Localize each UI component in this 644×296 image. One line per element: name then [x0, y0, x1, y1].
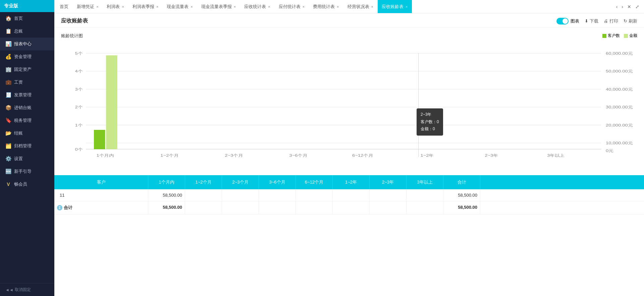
app-logo: 专业版	[0, 0, 54, 12]
td-year12-0	[333, 189, 370, 201]
svg-text:4个: 4个	[75, 69, 83, 73]
sidebar-collapse-button[interactable]: ◄◄ 取消固定	[0, 283, 54, 296]
tab-scroll-right-button[interactable]: ›	[620, 3, 625, 10]
sidebar-item-tax[interactable]: 🔖 税务管理	[0, 114, 54, 127]
chart-legend: 客户数 金额	[602, 33, 637, 39]
sidebar-label-purchase-sales: 进销台账	[14, 105, 32, 111]
tab-new-voucher-close[interactable]: ×	[96, 5, 98, 9]
print-button[interactable]: 🖨 打印	[604, 18, 618, 24]
bar-amount-0	[106, 55, 117, 149]
tab-scroll-left-button[interactable]: ‹	[615, 3, 619, 10]
sidebar-item-report-center[interactable]: 📊 报表中心	[0, 38, 54, 50]
tab-business-status[interactable]: 经营状况表 ×	[343, 0, 378, 13]
tab-receivable-aging-close[interactable]: ×	[406, 5, 408, 9]
sidebar-label-invoice: 发票管理	[14, 92, 32, 98]
sidebar-item-settings[interactable]: ⚙️ 设置	[0, 152, 54, 165]
tab-bar: 首页 新增凭证 × 利润表 × 利润表季报 × 现金流量表 × 现金流量表季报 …	[54, 0, 644, 13]
sidebar: 专业版 🏠 首页 📋 总账 📊 报表中心 💰 资金管理 🏢 固定资产 💼 工资 …	[0, 0, 54, 296]
td-total-sum: 58,500.00	[443, 201, 480, 214]
svg-text:40,000.00元: 40,000.00元	[606, 87, 633, 92]
tab-receivable-aging-label: 应收账龄表	[382, 4, 404, 10]
report-icon: 📊	[5, 41, 11, 47]
tab-expense-stats[interactable]: 费用统计表 ×	[309, 0, 343, 13]
sidebar-item-purchase-sales[interactable]: 📦 进销台账	[0, 101, 54, 114]
sidebar-item-fund-management[interactable]: 💰 资金管理	[0, 50, 54, 63]
sidebar-item-newbie[interactable]: 🆕 新手引导	[0, 165, 54, 178]
sidebar-label-settings: 设置	[14, 156, 23, 162]
table-row: 11 58,500.00 58,500.00	[54, 189, 644, 201]
tab-expense-stats-close[interactable]: ×	[337, 5, 339, 9]
tab-home[interactable]: 首页	[56, 0, 73, 13]
sidebar-label-fixed-assets: 固定资产	[14, 66, 32, 72]
tab-receivable-stats[interactable]: 应收统计表 ×	[240, 0, 274, 13]
bar-customer-0	[94, 130, 105, 149]
chart-toggle-label: 图表	[571, 18, 579, 24]
svg-text:0元: 0元	[606, 148, 613, 153]
tab-cashflow-quarterly-label: 现金流量表季报	[201, 4, 232, 10]
tab-payable-stats[interactable]: 应付统计表 ×	[275, 0, 309, 13]
assets-icon: 🏢	[5, 66, 11, 72]
svg-text:3~6个月: 3~6个月	[289, 153, 307, 158]
ledger-icon: 📋	[5, 28, 11, 34]
tab-profit-quarterly[interactable]: 利润表季报 ×	[128, 0, 163, 13]
sidebar-item-archive[interactable]: 🗂️ 归档管理	[0, 140, 54, 152]
td-total-0: 58,500.00	[443, 189, 480, 201]
tab-cashflow-quarterly-close[interactable]: ×	[234, 5, 236, 9]
tab-payable-stats-label: 应付统计表	[279, 4, 301, 10]
tab-cashflow-table-close[interactable]: ×	[191, 5, 193, 9]
svg-text:1~2个月: 1~2个月	[160, 153, 178, 158]
download-button[interactable]: ⬇ 下载	[585, 18, 598, 24]
legend-amount-color	[624, 34, 628, 38]
total-label: 合计	[64, 205, 72, 211]
svg-text:6~12个月: 6~12个月	[352, 153, 373, 158]
tab-new-voucher[interactable]: 新增凭证 ×	[73, 0, 103, 13]
tab-payable-stats-close[interactable]: ×	[303, 5, 305, 9]
sidebar-item-home[interactable]: 🏠 首页	[0, 12, 54, 25]
th-month23: 2~3个月	[222, 175, 259, 189]
svg-text:10,000.00元: 10,000.00元	[606, 141, 633, 145]
sidebar-label-archive: 归档管理	[14, 143, 32, 149]
svg-text:0个: 0个	[75, 147, 83, 151]
tab-profit-table[interactable]: 利润表 ×	[103, 0, 128, 13]
tab-close-all-button[interactable]: ✕	[626, 3, 633, 10]
tab-maximize-button[interactable]: ⤢	[634, 3, 641, 10]
tab-cashflow-table[interactable]: 现金流量表 ×	[163, 0, 197, 13]
sidebar-item-invoice[interactable]: 🧾 发票管理	[0, 89, 54, 101]
archive-icon: 🗂️	[5, 143, 11, 149]
sidebar-label-general-ledger: 总账	[14, 28, 23, 34]
legend-customer-count: 客户数	[602, 33, 620, 39]
tab-cashflow-quarterly[interactable]: 现金流量表季报 ×	[197, 0, 240, 13]
newbie-icon: 🆕	[5, 168, 11, 175]
sidebar-label-report-center: 报表中心	[14, 41, 32, 47]
print-label: 打印	[609, 18, 618, 24]
sidebar-item-fixed-assets[interactable]: 🏢 固定资产	[0, 63, 54, 76]
sidebar-label-fund-management: 资金管理	[14, 54, 32, 60]
td-year3plus-0	[407, 189, 443, 201]
chart-area: 账龄统计图 客户数 金额	[54, 28, 644, 172]
sidebar-item-salary[interactable]: 💼 工资	[0, 76, 54, 89]
refresh-label: 刷新	[629, 18, 637, 24]
page-header: 应收账龄表 图表 ⬇ 下载 🖨 打印 ↻ 刷新	[54, 13, 644, 28]
sidebar-item-checkout[interactable]: 📂 结账	[0, 127, 54, 140]
tab-receivable-stats-close[interactable]: ×	[268, 5, 270, 9]
tab-business-status-close[interactable]: ×	[371, 5, 373, 9]
sidebar-item-general-ledger[interactable]: 📋 总账	[0, 25, 54, 38]
legend-customer-color	[602, 34, 606, 38]
svg-text:2~3年: 2~3年	[485, 153, 498, 158]
svg-text:5个: 5个	[75, 51, 83, 56]
invoice-icon: 🧾	[5, 92, 11, 98]
tab-receivable-aging[interactable]: 应收账龄表 ×	[378, 0, 412, 13]
td-total-year12	[333, 201, 370, 214]
sidebar-label-newbie: 新手引导	[14, 168, 32, 175]
svg-text:1个月内: 1个月内	[97, 153, 114, 158]
chart-toggle[interactable]	[556, 18, 569, 24]
th-month36: 3~6个月	[259, 175, 296, 189]
td-total-month612	[296, 201, 333, 214]
tab-profit-table-close[interactable]: ×	[122, 5, 124, 9]
tab-profit-quarterly-close[interactable]: ×	[156, 5, 158, 9]
sidebar-item-vip[interactable]: V 畅会员	[0, 178, 54, 191]
sidebar-label-checkout: 结账	[14, 130, 23, 136]
td-month23-0	[222, 189, 259, 201]
refresh-button[interactable]: ↻ 刷新	[624, 18, 637, 24]
refresh-icon: ↻	[624, 18, 627, 23]
